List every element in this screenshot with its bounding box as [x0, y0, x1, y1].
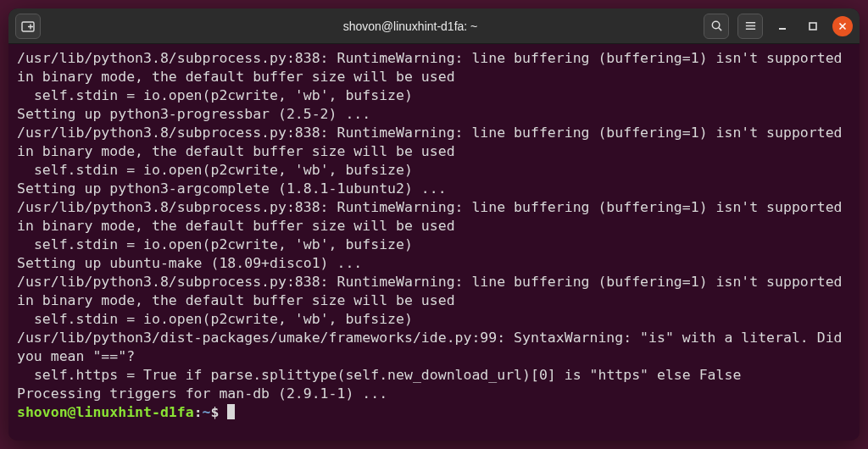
output-line: self.stdin = io.open(p2cwrite, 'wb', buf…: [17, 87, 413, 103]
window-title: shovon@linuxhint-d1fa: ~: [117, 19, 704, 33]
output-line: Setting up ubuntu-make (18.09+disco1) ..…: [17, 255, 362, 271]
close-button[interactable]: [832, 16, 853, 36]
output-line: Setting up python3-argcomplete (1.8.1-1u…: [17, 180, 447, 197]
hamburger-icon: [744, 19, 757, 32]
new-tab-icon: [21, 19, 35, 33]
maximize-button[interactable]: [802, 14, 824, 39]
search-button[interactable]: [704, 14, 729, 39]
terminal-window: shovon@linuxhint-d1fa: ~: [8, 8, 860, 441]
output-line: self.https = True if parse.splittype(sel…: [17, 367, 741, 383]
output-line: /usr/lib/python3.8/subprocess.py:838: Ru…: [17, 199, 850, 234]
terminal-output[interactable]: /usr/lib/python3.8/subprocess.py:838: Ru…: [8, 44, 860, 441]
titlebar: shovon@linuxhint-d1fa: ~: [8, 8, 860, 44]
svg-line-4: [718, 28, 721, 30]
minimize-icon: [777, 21, 787, 31]
prompt-separator: :: [194, 404, 203, 420]
menu-button[interactable]: [737, 14, 763, 39]
output-line: self.stdin = io.open(p2cwrite, 'wb', buf…: [17, 236, 413, 252]
prompt-symbol: $: [211, 404, 220, 420]
output-line: /usr/lib/python3.8/subprocess.py:838: Ru…: [17, 50, 850, 85]
output-line: /usr/lib/python3.8/subprocess.py:838: Ru…: [17, 274, 850, 308]
minimize-button[interactable]: [771, 14, 793, 39]
close-icon: [838, 22, 847, 30]
output-line: Processing triggers for man-db (2.9.1-1)…: [17, 385, 387, 402]
output-line: self.stdin = io.open(p2cwrite, 'wb', buf…: [17, 162, 413, 178]
output-line: self.stdin = io.open(p2cwrite, 'wb', buf…: [17, 311, 413, 327]
output-line: /usr/lib/python3.8/subprocess.py:838: Ru…: [17, 125, 850, 159]
output-line: /usr/lib/python3/dist-packages/umake/fra…: [17, 330, 850, 364]
svg-rect-9: [810, 23, 816, 30]
svg-point-3: [712, 21, 719, 28]
titlebar-left: [15, 14, 117, 39]
maximize-icon: [808, 21, 818, 31]
prompt-user-host: shovon@linuxhint-d1fa: [17, 404, 194, 420]
cursor: [227, 404, 235, 419]
new-tab-button[interactable]: [15, 14, 41, 39]
search-icon: [710, 19, 723, 32]
prompt-path: ~: [203, 404, 211, 420]
titlebar-right: [704, 14, 853, 39]
output-line: Setting up python3-progressbar (2.5-2) .…: [17, 106, 370, 122]
